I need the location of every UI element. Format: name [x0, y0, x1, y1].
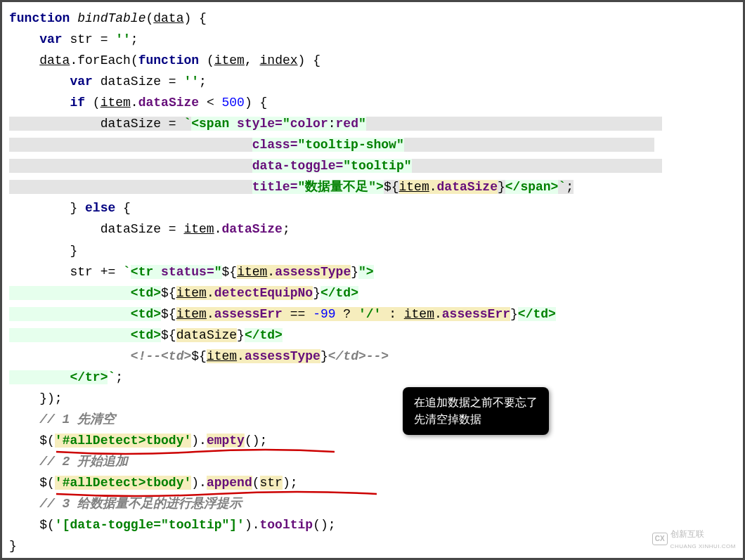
obj: data [39, 53, 70, 67]
param: item [101, 96, 131, 110]
keyword: else [85, 201, 115, 215]
comment: // 2 开始追加 [39, 455, 128, 469]
keyword: if [70, 96, 85, 110]
watermark-url: CHUANG XINHUI.COM [670, 542, 736, 551]
watermark-logo-icon: CX [652, 533, 668, 545]
keyword: function [9, 11, 70, 25]
keyword: function [138, 53, 199, 67]
code-screenshot: function bindTable(data) { var str = '';… [0, 0, 745, 560]
var: str [70, 265, 92, 279]
function-name: bindTable [77, 11, 145, 25]
comment: // 3 给数据量不足的进行悬浮提示 [39, 497, 242, 511]
keyword: var [39, 32, 62, 46]
var: dataSize [101, 117, 161, 131]
watermark-name: 创新互联 [670, 527, 736, 541]
number: 500 [222, 96, 245, 110]
watermark: CX 创新互联 CHUANG XINHUI.COM [652, 527, 736, 551]
param: item [214, 53, 245, 67]
var: dataSize [101, 222, 161, 236]
code-block: function bindTable(data) { var str = '';… [9, 8, 736, 556]
callout-line1: 在追加数据之前不要忘了 [414, 394, 538, 411]
string: '' [115, 32, 131, 46]
var: dataSize [101, 74, 161, 89]
string: '' [183, 74, 199, 89]
param: index [260, 53, 298, 67]
property: dataSize [138, 96, 199, 110]
param: data [153, 11, 183, 25]
keyword: var [70, 74, 92, 89]
callout-line2: 先清空掉数据 [414, 411, 538, 428]
annotation-callout: 在追加数据之前不要忘了 先清空掉数据 [403, 387, 549, 435]
comment: // 1 先清空 [39, 412, 115, 426]
var: str [70, 32, 92, 46]
